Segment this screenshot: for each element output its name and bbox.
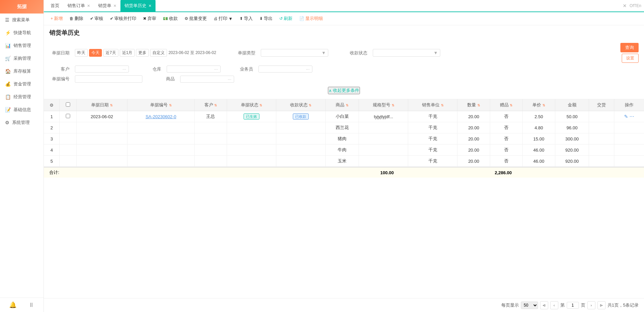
customer-input[interactable] [77, 67, 121, 72]
review-button[interactable]: ✔ 审核 [87, 14, 106, 23]
page-number-input[interactable] [567, 302, 579, 309]
page-of: 页 [581, 302, 585, 308]
cell-checkbox[interactable] [60, 133, 77, 145]
col-goods[interactable]: 商品 ⇅ [326, 99, 359, 111]
col-payment-status[interactable]: 收款状态 ⇅ [276, 99, 326, 111]
print-button[interactable]: 🖨 打印 ▼ [211, 14, 235, 23]
delete-button[interactable]: 🗑 删除 [67, 14, 86, 23]
cell-checkbox[interactable] [60, 145, 77, 156]
sidebar-item-search-menu[interactable]: ☰ 搜索菜单 [0, 14, 44, 26]
next-page-button[interactable]: › [587, 301, 595, 309]
col-spec-label: 规格型号 [373, 102, 390, 107]
col-doc-no[interactable]: 单据编号 ⇅ [128, 99, 194, 111]
payment-status-select[interactable]: ▼ [373, 49, 440, 57]
page-size-select[interactable]: 20 50 100 [521, 302, 538, 309]
sidebar-item-finance[interactable]: 💰 资金管理 [0, 78, 44, 90]
salesperson-input[interactable] [261, 67, 305, 72]
tab-home[interactable]: 首页 [47, 0, 63, 12]
cell-checkbox[interactable] [60, 111, 77, 122]
show-detail-button[interactable]: 📄 显示明细 [297, 14, 326, 23]
warehouse-input[interactable] [169, 67, 213, 72]
col-settings[interactable]: ⚙ [44, 99, 60, 111]
warehouse-dots-icon[interactable]: ··· [214, 67, 218, 72]
discard-label: 弃审 [147, 16, 156, 22]
review-print-button[interactable]: ✔ 审核并打印 [107, 14, 139, 23]
doc-no-input[interactable] [75, 75, 142, 83]
cell-customer [194, 145, 227, 156]
cell-checkbox[interactable] [60, 156, 77, 167]
tab-sales-history-label: 销货单历史 [124, 3, 146, 9]
setting-button[interactable]: 设置 [622, 54, 639, 63]
tab-sales-history-close[interactable]: ✕ [148, 4, 151, 8]
cell-doc-status: 已生效 [227, 111, 276, 122]
col-doc-status[interactable]: 单据状态 ⇅ [227, 99, 276, 111]
customer-dots-icon[interactable]: ··· [122, 67, 126, 72]
goods-input[interactable] [183, 77, 226, 81]
notification-icon[interactable]: 🔔 [9, 301, 17, 309]
tab-sales-delivery-close[interactable]: ✕ [113, 4, 116, 8]
col-doc-date[interactable]: 单据日期 ⇅ [76, 99, 128, 111]
row-checkbox[interactable] [66, 114, 70, 118]
payment-status-label: 收款状态 [347, 50, 367, 56]
select-all-checkbox[interactable] [66, 102, 70, 107]
col-unit[interactable]: 销售单位 ⇅ [408, 99, 457, 111]
prev-page-button[interactable]: ‹ [550, 301, 558, 309]
close-all-button[interactable]: ✕ [623, 3, 627, 8]
sidebar-item-sales-mgmt[interactable]: 📊 销售管理 [0, 39, 44, 52]
purchase-mgmt-icon: 🛒 [5, 56, 11, 61]
edit-icon[interactable]: ✎ [624, 114, 628, 119]
cell-doc-date [76, 122, 128, 133]
new-button[interactable]: + 新增 [48, 14, 65, 23]
cell-gift: 否 [490, 133, 522, 145]
col-unit-price[interactable]: 单价 ⇅ [523, 99, 555, 111]
sidebar-item-purchase-mgmt[interactable]: 🛒 采购管理 [0, 52, 44, 65]
col-gift[interactable]: 赠品 ⇅ [490, 99, 522, 111]
date-btn-7days[interactable]: 近7天 [103, 49, 118, 57]
pause-icon[interactable]: ⏸ [28, 302, 34, 309]
date-btn-1month[interactable]: 近1月 [120, 49, 135, 57]
first-page-button[interactable]: ⊲ [540, 301, 548, 309]
tab-sales-delivery[interactable]: 销货单 ✕ [94, 0, 120, 12]
sidebar-item-basic-info[interactable]: 📝 基础信息 [0, 103, 44, 116]
last-page-button[interactable]: ⊳ [597, 301, 606, 309]
col-customer[interactable]: 客户 ⇅ [194, 99, 227, 111]
page-size-label: 每页显示 [501, 302, 519, 308]
col-unit-label: 销售单位 [422, 102, 440, 107]
tab-sales-order[interactable]: 销售订单 ✕ [63, 0, 94, 12]
sidebar-item-system-mgmt[interactable]: ⚙ 系统管理 [0, 116, 44, 129]
doc-no-link[interactable]: SA-20230602-0 [145, 114, 176, 119]
date-btn-today[interactable]: 今天 [89, 49, 102, 57]
often-text: OfTEn [629, 3, 641, 8]
tab-sales-history[interactable]: 销货单历史 ✕ [120, 0, 156, 12]
data-table: ⚙ 单据日期 ⇅ 单据编号 ⇅ 客户 ⇅ 单据状态 [44, 99, 644, 167]
sidebar-item-inventory[interactable]: 🏠 库存核算 [0, 65, 44, 78]
import-button[interactable]: ⬆ 导入 [237, 14, 255, 23]
batch-change-button[interactable]: ⚙ 批量变更 [182, 14, 209, 23]
refresh-icon: ↺ [279, 16, 283, 21]
salesperson-dots-icon[interactable]: ··· [306, 67, 310, 72]
date-btn-yesterday[interactable]: 昨天 [75, 49, 88, 57]
col-checkbox[interactable] [60, 99, 77, 111]
cell-doc-no: SA-20230602-0 [128, 111, 194, 122]
date-btn-more[interactable]: 更多 [136, 49, 149, 57]
cell-doc-date [76, 156, 128, 167]
sidebar-item-quick-nav[interactable]: ⚡ 快捷导航 [0, 26, 44, 39]
col-spec[interactable]: 规格型号 ⇅ [359, 99, 408, 111]
tab-sales-order-close[interactable]: ✕ [87, 4, 90, 8]
goods-dots-icon[interactable]: ··· [228, 77, 231, 82]
collapse-button[interactable]: ∧ 收起更多条件 [328, 87, 360, 94]
export-button[interactable]: ⬇ 导出 [257, 14, 275, 23]
col-qty[interactable]: 数量 ⇅ [457, 99, 490, 111]
more-icon[interactable]: ⋯ [629, 114, 634, 119]
cell-checkbox[interactable] [60, 122, 77, 133]
cell-amount: 920.00 [555, 156, 589, 167]
col-action: 操作 [614, 99, 644, 111]
doc-type-select[interactable]: ▼ [261, 49, 328, 57]
col-doc-date-label: 单据日期 [91, 102, 109, 107]
sidebar-item-operation[interactable]: 📋 经营管理 [0, 90, 44, 103]
refresh-button[interactable]: ↺ 刷新 [277, 14, 295, 23]
date-btn-custom[interactable]: 自定义 [150, 49, 167, 57]
query-button[interactable]: 查询 [620, 43, 639, 52]
discard-button[interactable]: ✖ 弃审 [140, 14, 159, 23]
collect-button[interactable]: 💵 收款 [160, 14, 180, 23]
